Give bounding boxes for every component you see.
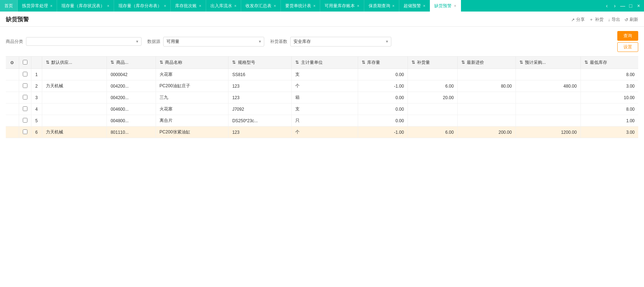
column-product-code[interactable]: ⇅ 商品...	[107, 57, 156, 69]
row-checkbox[interactable]	[23, 95, 27, 100]
row-unit: 只	[292, 115, 358, 127]
sort-estimate-icon: ⇅	[519, 60, 523, 65]
row-supplier	[42, 103, 107, 115]
tab-stock-dist[interactable]: 现存量（库存分布表） ×	[114, 0, 171, 12]
sort-stock-icon: ⇅	[362, 60, 365, 65]
tab-shortage[interactable]: 缺货预警 ×	[430, 0, 461, 12]
close-tab-overstock[interactable]: ×	[423, 4, 425, 8]
row-gear-cell	[6, 69, 19, 80]
column-checkbox[interactable]	[19, 57, 31, 69]
row-product-code: 004800...	[107, 115, 156, 127]
sort-code-icon: ⇅	[110, 60, 114, 65]
row-unit: 个	[292, 80, 358, 92]
column-spec[interactable]: ⇅ 规格型号	[229, 57, 292, 69]
table-row: 6 力天机械 801110... PC200张紧油缸 123 个 -1.00 6…	[6, 127, 638, 138]
row-estimated-purchase	[515, 69, 580, 80]
row-estimated-purchase: 480.00	[515, 80, 580, 92]
column-min-stock[interactable]: ⇅ 最低库存	[580, 57, 638, 69]
row-product-name: 火花塞	[156, 103, 229, 115]
tab-expiry[interactable]: 保质期查询 ×	[364, 0, 399, 12]
close-tab-batch[interactable]: ×	[199, 4, 201, 8]
row-estimated-purchase	[515, 92, 580, 103]
table-row: 3 004200... 三九 123 箱 0.00 20.00 10.00	[6, 92, 638, 103]
sort-supplier-icon: ⇅	[46, 60, 49, 65]
tab-overstock[interactable]: 超储预警 ×	[399, 0, 430, 12]
page-header: 缺货预警 ↗ 分享 ＋ 补货 ↓ 导出 ↺ 刷新	[0, 12, 644, 27]
close-tab-demand[interactable]: ×	[313, 4, 316, 8]
column-unit[interactable]: ⇅ 主计量单位	[292, 57, 358, 69]
tab-flow[interactable]: 出入库流水 ×	[206, 0, 241, 12]
header-actions: ↗ 分享 ＋ 补货 ↓ 导出 ↺ 刷新	[571, 17, 638, 23]
gear-icon: ⚙	[10, 60, 14, 65]
table-row: 1 0000042 火花塞 SS816 支 0.00 8.00	[6, 69, 638, 80]
share-button[interactable]: ↗ 分享	[571, 17, 585, 23]
row-checkbox[interactable]	[23, 118, 27, 123]
tab-available[interactable]: 可用量库存账本 ×	[320, 0, 364, 12]
close-tab-stock-dist[interactable]: ×	[164, 4, 166, 8]
row-min-stock: 8.00	[580, 103, 638, 115]
row-product-name: PC200油缸庄子	[156, 80, 229, 92]
tab-next-button[interactable]: ›	[611, 2, 619, 10]
row-min-stock: 8.00	[580, 69, 638, 80]
column-product-name[interactable]: ⇅ 商品名称	[156, 57, 229, 69]
query-button[interactable]: 查询	[617, 31, 638, 41]
tab-batch[interactable]: 库存批次账 ×	[171, 0, 206, 12]
column-replenish-qty[interactable]: ⇅ 补货量	[408, 57, 457, 69]
column-gear[interactable]: ⚙	[6, 57, 19, 69]
tab-stock-status[interactable]: 现存量（库存状况表） ×	[57, 0, 114, 12]
row-stock-qty: 0.00	[358, 69, 408, 80]
category-arrow-icon: ▾	[136, 39, 138, 44]
column-estimated-purchase[interactable]: ⇅ 预计采购...	[515, 57, 580, 69]
tab-maximize-button[interactable]: □	[627, 2, 635, 10]
category-select[interactable]: ▾	[26, 37, 142, 46]
row-estimated-purchase: 1200.00	[515, 127, 580, 138]
row-stock-qty: -1.00	[358, 80, 408, 92]
export-button[interactable]: ↓ 导出	[608, 17, 620, 23]
filter-row: 商品分类 ▾ 数据源 可用量 ▾ 补货基数 安全库存 ▾ 查询 设置	[0, 27, 644, 56]
close-tab-available[interactable]: ×	[357, 4, 359, 8]
datasource-select[interactable]: 可用量 ▾	[163, 37, 264, 47]
column-default-supplier[interactable]: ⇅ 默认供应...	[42, 57, 107, 69]
tab-picking[interactable]: 拣货异常处理 ×	[18, 0, 57, 12]
tab-home[interactable]: 首页	[0, 0, 18, 12]
row-number: 2	[31, 80, 42, 92]
row-checkbox-cell[interactable]	[19, 127, 31, 138]
replenish-base-select[interactable]: 安全库存 ▾	[290, 37, 391, 47]
column-stock-qty[interactable]: ⇅ 库存量	[358, 57, 408, 69]
row-checkbox[interactable]	[23, 106, 27, 111]
row-checkbox-cell[interactable]	[19, 69, 31, 80]
row-supplier	[42, 92, 107, 103]
tab-summary[interactable]: 收发存汇总表 ×	[241, 0, 280, 12]
tab-close-button[interactable]: ×	[635, 2, 643, 10]
row-checkbox-cell[interactable]	[19, 115, 31, 127]
row-checkbox-cell[interactable]	[19, 92, 31, 103]
row-checkbox-cell[interactable]	[19, 80, 31, 92]
tab-prev-button[interactable]: ‹	[603, 2, 611, 10]
settings-button[interactable]: 设置	[617, 42, 638, 52]
row-checkbox-cell[interactable]	[19, 103, 31, 115]
refresh-button[interactable]: ↺ 刷新	[625, 17, 638, 23]
close-tab-expiry[interactable]: ×	[392, 4, 395, 8]
row-stock-qty: 0.00	[358, 103, 408, 115]
sort-name-icon: ⇅	[160, 60, 163, 65]
close-tab-summary[interactable]: ×	[274, 4, 276, 8]
row-replenish-qty: 20.00	[408, 92, 457, 103]
row-min-stock: 3.00	[580, 127, 638, 138]
column-latest-price[interactable]: ⇅ 最新进价	[457, 57, 515, 69]
row-min-stock: 1.00	[580, 115, 638, 127]
tab-demand[interactable]: 要货单统计表 ×	[281, 0, 320, 12]
replenish-button[interactable]: ＋ 补货	[589, 17, 604, 23]
row-checkbox[interactable]	[23, 83, 27, 88]
row-checkbox[interactable]	[23, 72, 27, 76]
row-replenish-qty: 6.00	[408, 80, 457, 92]
close-tab-flow[interactable]: ×	[234, 4, 236, 8]
select-all-checkbox[interactable]	[23, 60, 27, 65]
row-checkbox[interactable]	[23, 129, 27, 134]
close-tab-stock-status[interactable]: ×	[107, 4, 109, 8]
close-tab-picking[interactable]: ×	[50, 4, 52, 8]
row-spec: 123	[229, 92, 292, 103]
row-supplier	[42, 69, 107, 80]
tab-minimize-button[interactable]: —	[619, 2, 627, 10]
sort-spec-icon: ⇅	[232, 60, 236, 65]
close-tab-shortage[interactable]: ×	[454, 4, 456, 8]
